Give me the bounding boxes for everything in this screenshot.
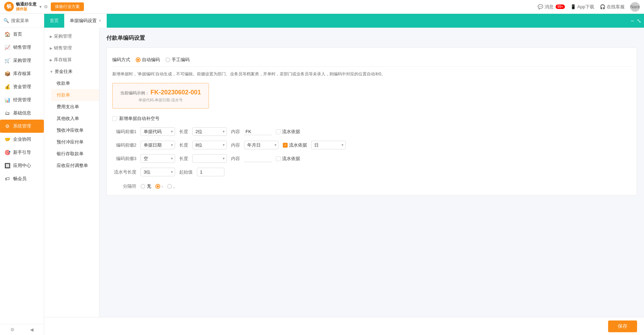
- sidebar-item-label: 经营管理: [13, 97, 31, 103]
- main-sidebar: 🔍 搜索菜单 🏠 首页 📈 销售管理 🛒 采购管理 📦 库存核算 💰: [0, 14, 44, 335]
- top-bar: 畅 畅通好生意 插件版 ▾ ⚙ 体验行业方案 💬 消息 99+ 📱 App下载 …: [0, 0, 644, 14]
- tab-close-icon[interactable]: ×: [99, 18, 101, 23]
- sidebar-item-base-info[interactable]: 🗂 基础信息: [0, 106, 44, 120]
- auto-fill-row: 新增单据自动补空号: [112, 115, 631, 122]
- prefix3-select-wrapper[interactable]: 空: [141, 154, 175, 163]
- sep-label: 分隔符: [112, 183, 136, 189]
- serial-len-wrapper[interactable]: 3位: [141, 168, 175, 176]
- preview-label: 当前编码示例：: [120, 91, 149, 95]
- avatar[interactable]: Nare: [630, 2, 640, 12]
- prefix2-select[interactable]: 单据日期: [141, 141, 175, 149]
- breadcrumb-nav: ▾ ⚙: [39, 4, 48, 9]
- prefix1-select-wrapper[interactable]: 单据代码: [141, 127, 175, 136]
- second-nav-other-income[interactable]: 其他收入单: [51, 113, 99, 124]
- start-val-input[interactable]: [197, 168, 224, 176]
- serial-len-select[interactable]: 3位: [141, 168, 175, 176]
- prefix1-row: 编码前缀1 单据代码 长度 2位: [112, 127, 631, 136]
- sidebar-item-home[interactable]: 🏠 首页: [0, 28, 44, 41]
- expand-btn[interactable]: ⤡: [637, 18, 641, 24]
- sidebar-item-appstore[interactable]: 🔲 应用中心: [0, 159, 44, 172]
- sidebar-item-inventory[interactable]: 📦 库存核算: [0, 67, 44, 80]
- auto-code-radio[interactable]: 自动编码: [136, 57, 160, 63]
- content1-input[interactable]: [244, 128, 272, 135]
- second-nav-bank[interactable]: 银行存取款单: [51, 148, 99, 160]
- tab-home[interactable]: 首页: [44, 14, 64, 28]
- search-menu[interactable]: 🔍 搜索菜单: [0, 14, 44, 28]
- content3-input[interactable]: [244, 155, 272, 162]
- message-group[interactable]: 💬 消息 99+: [538, 4, 565, 10]
- second-nav-purchase[interactable]: 采购管理: [44, 30, 99, 42]
- len3-select[interactable]: [192, 154, 227, 163]
- stream2-unit-wrapper[interactable]: 日: [311, 141, 346, 149]
- manual-code-radio[interactable]: 手工编码: [165, 57, 190, 63]
- stream2-unit-select[interactable]: 日: [311, 141, 346, 149]
- form-area: 付款单编码设置 编码方式 自动编码 手工编码: [99, 28, 644, 317]
- message-badge: 99+: [556, 4, 565, 9]
- tab-expand-area: – ⤡: [631, 18, 644, 24]
- stream1-checkbox-box: [276, 129, 281, 134]
- search-icon: 🔍: [3, 18, 9, 23]
- save-button[interactable]: 保存: [608, 320, 637, 332]
- len2-select[interactable]: 8位: [192, 141, 227, 149]
- online-service-label: 在线客服: [607, 4, 625, 10]
- sidebar-item-system[interactable]: ⚙ 系统管理: [0, 120, 44, 133]
- content2-select-wrapper[interactable]: 年月日: [244, 141, 279, 149]
- sep-none-radio[interactable]: 无: [141, 183, 151, 189]
- len2-label: 长度: [179, 142, 188, 148]
- prefix3-label: 编码前缀3: [112, 156, 136, 162]
- second-nav-label: 费用支出单: [57, 104, 79, 110]
- logo-text: 畅通好生意: [16, 2, 37, 7]
- stream2-checkbox-box: [283, 143, 288, 148]
- len1-select-wrapper[interactable]: 2位: [192, 127, 227, 136]
- len1-select[interactable]: 2位: [192, 127, 227, 136]
- second-nav-receipt[interactable]: 收款单: [51, 77, 99, 89]
- app-download-group[interactable]: 📱 App下载: [570, 4, 594, 10]
- stream2-checkbox[interactable]: 流水依据: [283, 142, 307, 148]
- auto-fill-checkbox[interactable]: [112, 116, 117, 121]
- sep-dash-radio[interactable]: ·: [155, 184, 163, 189]
- logo-icon: 畅: [4, 2, 14, 11]
- second-nav-inventory[interactable]: 库存核算: [44, 54, 99, 66]
- second-nav-payment[interactable]: 付款单: [51, 89, 99, 101]
- prefix2-select-wrapper[interactable]: 单据日期: [141, 141, 175, 149]
- second-nav-adjust[interactable]: 应收应付调整单: [51, 160, 99, 171]
- len2-select-wrapper[interactable]: 8位: [192, 141, 227, 149]
- sidebar-item-membership[interactable]: 🏷 畅会员: [0, 172, 44, 185]
- industry-btn[interactable]: 体验行业方案: [51, 2, 84, 11]
- prefix3-select[interactable]: 空: [141, 154, 175, 163]
- prefix1-select[interactable]: 单据代码: [141, 127, 175, 136]
- avatar-text: Nare: [630, 4, 640, 9]
- collapse-icon[interactable]: ◀: [30, 327, 33, 332]
- sidebar-item-label: 库存核算: [13, 71, 31, 77]
- second-nav-capital[interactable]: 资金往来: [44, 66, 99, 77]
- stream1-checkbox[interactable]: 流水依据: [276, 129, 300, 135]
- sidebar-item-collab[interactable]: 🤝 企业协同: [0, 133, 44, 146]
- sep-dot-radio[interactable]: .: [167, 184, 175, 189]
- sidebar-item-purchase[interactable]: 🛒 采购管理: [0, 54, 44, 67]
- settings-icon[interactable]: ⚙: [44, 4, 48, 9]
- stream3-checkbox[interactable]: 流水依据: [276, 156, 300, 162]
- second-nav-expense[interactable]: 费用支出单: [51, 101, 99, 113]
- guide-icon: 🎯: [4, 149, 10, 156]
- settings-bottom-icon[interactable]: ⚙: [10, 327, 15, 332]
- encode-method-row: 编码方式 自动编码 手工编码: [112, 53, 631, 67]
- second-nav-prepay-recv[interactable]: 预收冲应收单: [51, 124, 99, 136]
- minimize-btn[interactable]: –: [631, 18, 634, 24]
- sep-none-label: 无: [147, 183, 151, 189]
- second-nav-prepay-pay[interactable]: 预付冲应付单: [51, 136, 99, 148]
- auto-code-radio-dot: [136, 57, 141, 62]
- sidebar-item-finance[interactable]: 💰 资金管理: [0, 80, 44, 93]
- second-nav-sales[interactable]: 销售管理: [44, 42, 99, 54]
- second-nav-label: 资金往来: [55, 68, 73, 75]
- len3-select-wrapper[interactable]: [192, 154, 227, 163]
- tab-encode-settings[interactable]: 单据编码设置 ×: [64, 14, 107, 28]
- sidebar-item-label: 资金管理: [13, 84, 31, 90]
- sidebar-item-guide[interactable]: 🎯 新手引导: [0, 146, 44, 159]
- content2-select[interactable]: 年月日: [244, 141, 279, 149]
- main-layout: 🔍 搜索菜单 🏠 首页 📈 销售管理 🛒 采购管理 📦 库存核算 💰: [0, 14, 644, 335]
- sidebar-item-operations[interactable]: 📊 经营管理: [0, 93, 44, 106]
- online-service-group[interactable]: 🎧 在线客服: [600, 4, 625, 10]
- sidebar-item-sales[interactable]: 📈 销售管理: [0, 41, 44, 54]
- app-center-icon: 🔲: [4, 162, 10, 169]
- second-nav-sub-group: 收款单 付款单 费用支出单 其他收入单 预收冲应收单 预付冲: [44, 77, 99, 171]
